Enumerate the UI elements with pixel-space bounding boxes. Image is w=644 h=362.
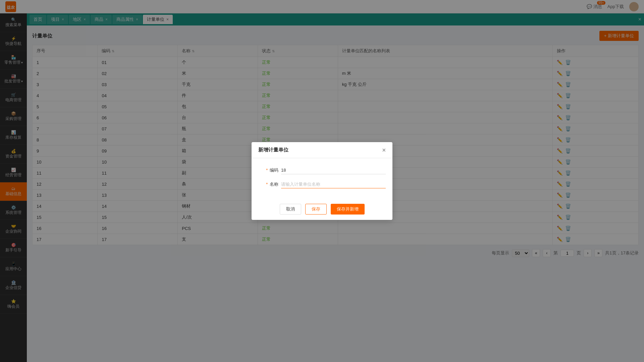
form-row-code: * 编码: [258, 166, 386, 174]
save-and-new-button[interactable]: 保存并新增: [331, 204, 365, 215]
form-name-label: * 名称: [258, 181, 278, 187]
modal-overlay: 新增计量单位 × * 编码 * 名称 取消 保存 保存并新增: [0, 0, 644, 362]
form-code-label: * 编码: [258, 167, 278, 173]
code-required-mark: *: [266, 168, 268, 173]
form-row-name: * 名称: [258, 180, 386, 188]
add-unit-modal: 新增计量单位 × * 编码 * 名称 取消 保存 保存并新增: [252, 142, 392, 220]
save-button[interactable]: 保存: [305, 204, 327, 215]
code-input[interactable]: [281, 166, 386, 174]
modal-title: 新增计量单位: [258, 147, 288, 153]
modal-footer: 取消 保存 保存并新增: [252, 200, 392, 220]
name-required-mark: *: [266, 182, 268, 187]
name-input[interactable]: [281, 180, 386, 188]
modal-body: * 编码 * 名称: [252, 158, 392, 200]
modal-header: 新增计量单位 ×: [252, 142, 392, 158]
cancel-button[interactable]: 取消: [280, 204, 301, 215]
modal-close-button[interactable]: ×: [382, 147, 386, 153]
